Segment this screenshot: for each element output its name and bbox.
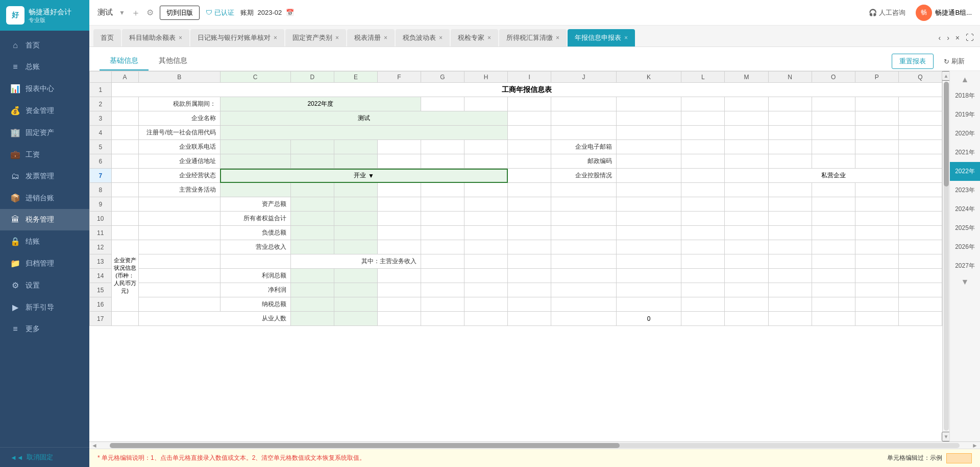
cell-8-o[interactable]	[812, 183, 855, 197]
cell-14-q[interactable]	[898, 269, 942, 283]
cell-7-n[interactable]: 私营企业	[768, 169, 898, 183]
cell-5-e[interactable]	[334, 140, 377, 154]
cell-8-l[interactable]	[681, 183, 725, 197]
calendar-icon[interactable]: 📅	[286, 9, 294, 16]
cell-2-o[interactable]	[812, 97, 855, 111]
refresh-button[interactable]: ↻ 刷新	[939, 54, 970, 69]
cell-16-e[interactable]	[334, 297, 377, 312]
cell-15-j[interactable]	[551, 283, 617, 297]
cell-10-d[interactable]	[290, 212, 334, 226]
cell-8-q[interactable]	[898, 183, 942, 197]
cell-2-g[interactable]	[421, 97, 464, 111]
cell-2-a[interactable]	[111, 97, 138, 111]
cell-6-q[interactable]	[898, 154, 942, 169]
cell-4-m[interactable]	[725, 126, 768, 140]
cell-4-l[interactable]	[681, 126, 725, 140]
tab-tax-wave[interactable]: 税负波动表 ×	[396, 29, 450, 46]
cell-7-j[interactable]: 企业控股情况	[551, 169, 617, 183]
cell-10-n[interactable]	[768, 212, 812, 226]
cell-15-k[interactable]	[616, 283, 681, 297]
cell-2-n[interactable]	[768, 97, 812, 111]
cell-12-j[interactable]	[551, 240, 617, 254]
year-item-2025[interactable]: 2025年	[950, 219, 980, 238]
cell-10-l[interactable]	[681, 212, 725, 226]
cell-3-k[interactable]	[616, 111, 681, 126]
sidebar-item-payroll[interactable]: 💼 工资	[0, 144, 89, 166]
cell-4-k[interactable]	[616, 126, 681, 140]
cell-4-a[interactable]	[111, 126, 138, 140]
year-item-2018[interactable]: 2018年	[950, 86, 980, 105]
cell-4-p[interactable]	[855, 126, 898, 140]
cell-17-g[interactable]	[421, 312, 464, 326]
year-scroll-down-button[interactable]: ▼	[950, 275, 980, 289]
cell-10-e[interactable]	[334, 212, 377, 226]
cell-17-d[interactable]	[290, 312, 334, 326]
cell-14-h[interactable]	[464, 269, 508, 283]
cell-17-m[interactable]	[725, 312, 768, 326]
tabs-expand-button[interactable]: ⛶	[964, 31, 976, 44]
cell-13-q[interactable]	[898, 254, 942, 269]
tab-tax-form[interactable]: 税表清册 ×	[347, 29, 395, 46]
h-scrollbar-track[interactable]	[110, 443, 960, 448]
cell-9-i[interactable]	[508, 197, 551, 212]
cell-11-q[interactable]	[898, 226, 942, 240]
cell-12-i[interactable]	[508, 240, 551, 254]
cell-7-a[interactable]	[111, 169, 138, 183]
tab-close-income-tax[interactable]: ×	[556, 34, 559, 41]
cell-16-g[interactable]	[421, 297, 464, 312]
cell-7-c[interactable]: 开业 ▼	[220, 169, 508, 183]
cell-12-q[interactable]	[898, 240, 942, 254]
cell-3-o[interactable]	[812, 111, 855, 126]
cell-12-f[interactable]	[377, 240, 421, 254]
cell-16-k[interactable]	[616, 297, 681, 312]
cell-9-q[interactable]	[898, 197, 942, 212]
tab-income-tax[interactable]: 所得税汇算清缴 ×	[499, 29, 567, 46]
cell-14-j[interactable]	[551, 269, 617, 283]
cell-8-g[interactable]	[421, 183, 464, 197]
cell-4-b[interactable]: 注册号/统一社会信用代码	[138, 126, 220, 140]
cell-2-b[interactable]: 税款所属期间：	[138, 97, 220, 111]
sidebar-item-settings[interactable]: ⚙ 设置	[0, 274, 89, 296]
cell-10-k[interactable]	[616, 212, 681, 226]
cell-9-k[interactable]	[616, 197, 681, 212]
cell-10-p[interactable]	[855, 212, 898, 226]
cell-11-f[interactable]	[377, 226, 421, 240]
cell-16-n[interactable]	[768, 297, 812, 312]
cell-12-a[interactable]: 企业资产状况信息(币种：人民币万元)	[111, 240, 138, 312]
cell-16-l[interactable]	[681, 297, 725, 312]
cell-5-b[interactable]: 企业联系电话	[138, 140, 220, 154]
cell-3-q[interactable]	[898, 111, 942, 126]
cell-16-j[interactable]	[551, 297, 617, 312]
cell-11-j[interactable]	[551, 226, 617, 240]
cell-3-n[interactable]	[768, 111, 812, 126]
cell-14-m[interactable]	[725, 269, 768, 283]
cell-17-b[interactable]: 从业人数	[138, 312, 290, 326]
sidebar-item-guide[interactable]: ▶ 新手引导	[0, 296, 89, 318]
tab-close-aux[interactable]: ×	[179, 34, 182, 41]
sidebar-item-invoices[interactable]: 🗂 发票管理	[0, 166, 89, 187]
cell-13-o[interactable]	[812, 254, 855, 269]
cell-16-c[interactable]: 纳税总额	[220, 297, 290, 312]
cell-8-d[interactable]	[290, 183, 334, 197]
cell-11-h[interactable]	[464, 226, 508, 240]
cell-15-f[interactable]	[377, 283, 421, 297]
cell-11-o[interactable]	[812, 226, 855, 240]
cell-8-c[interactable]	[220, 183, 290, 197]
cell-15-b[interactable]	[138, 283, 220, 297]
cell-1-title[interactable]: 工商年报信息表	[111, 83, 942, 97]
user-menu[interactable]: 畅 畅捷通B组...	[916, 5, 972, 21]
cell-5-n[interactable]	[768, 140, 812, 154]
cell-6-e[interactable]	[334, 154, 377, 169]
cell-9-b[interactable]	[138, 197, 220, 212]
cell-5-l[interactable]	[681, 140, 725, 154]
cell-6-i[interactable]	[508, 154, 551, 169]
cell-15-n[interactable]	[768, 283, 812, 297]
cell-10-i[interactable]	[508, 212, 551, 226]
cell-17-a[interactable]	[111, 312, 138, 326]
cell-11-d[interactable]	[290, 226, 334, 240]
cell-16-f[interactable]	[377, 297, 421, 312]
cell-17-e[interactable]	[334, 312, 377, 326]
cell-14-e[interactable]	[334, 269, 377, 283]
cell-7-q[interactable]	[898, 169, 942, 183]
cell-15-d[interactable]	[290, 283, 334, 297]
